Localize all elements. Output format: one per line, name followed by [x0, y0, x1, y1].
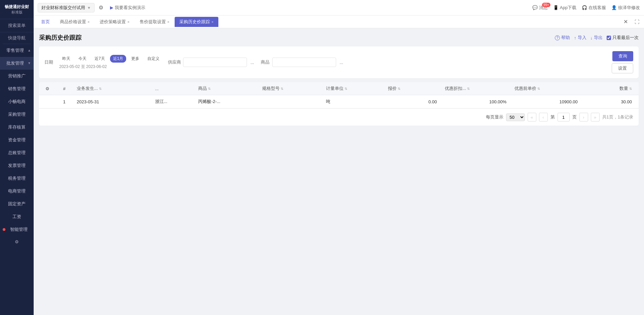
sidebar-item-invoice[interactable]: 发票管理	[0, 159, 34, 172]
supplier-filter-group: 供应商 ...	[168, 58, 255, 67]
th-discount-sort[interactable]: 优惠折扣... ⇅	[445, 85, 506, 92]
th-gear[interactable]: ⚙	[39, 82, 56, 95]
retail-arrow: ▲	[28, 48, 31, 52]
tab-sale-price-close[interactable]: ×	[167, 20, 169, 24]
date-btn-7days[interactable]: 近7天	[92, 55, 108, 63]
row-qty: 30.00	[582, 95, 639, 108]
th-date[interactable]: 业务发生... ⇅	[73, 82, 151, 95]
per-page-select[interactable]: 50 100 200	[506, 113, 525, 121]
user-icon: 👤	[611, 5, 617, 10]
th-product[interactable]: 商品 ⇅	[194, 82, 258, 95]
date-range-text: 2023-05-02 至 2023-06-02	[59, 64, 163, 70]
filter-actions: 查询 设置	[612, 51, 633, 73]
app-logo-text: 畅捷通好业财	[3, 4, 31, 10]
topbar-right: 💬 消息 99+ 📱 App下载 🎧 在线客服 👤 徐泽华修改	[532, 5, 640, 11]
sidebar-item-marketing[interactable]: 营销推广	[0, 70, 34, 82]
table-container: ⚙ # 业务发生... ⇅ ...	[39, 82, 639, 126]
tab-price-settings[interactable]: 商品价格设置 ×	[55, 17, 94, 27]
date-btn-more[interactable]: 更多	[128, 55, 142, 63]
date-filter-label: 日期	[44, 59, 54, 65]
app-logo-sub: 标准版	[3, 10, 31, 15]
th-product-sort[interactable]: 商品 ⇅	[198, 85, 254, 92]
tab-advance-strategy[interactable]: 进价策略设置 ×	[95, 17, 134, 27]
help-link[interactable]: ? 帮助	[555, 35, 570, 41]
topbar-user[interactable]: 👤 徐泽华修改	[611, 5, 640, 11]
page-header: 采购历史价跟踪 ? 帮助 ↑ 导入 ↓ 导出 只看最后一次	[39, 34, 639, 42]
sidebar-item-finance[interactable]: 资金管理	[0, 134, 34, 146]
sidebar-item-smart[interactable]: 智能管理	[0, 223, 34, 236]
th-before-price-sort[interactable]: 优惠前单价 ⇅	[514, 85, 577, 92]
query-button[interactable]: 查询	[612, 51, 633, 61]
th-unit-sort[interactable]: 计量单位 ⇅	[326, 85, 380, 92]
row-discount: 100.00%	[441, 95, 510, 108]
th-more[interactable]: ...	[151, 82, 194, 95]
msg-badge: 99+	[542, 3, 550, 7]
topbar-demo[interactable]: ▶ 我要看实例演示	[110, 5, 145, 11]
date-btn-today[interactable]: 今天	[75, 55, 90, 63]
demo-text: 我要看实例演示	[115, 5, 145, 11]
th-date-sort[interactable]: 业务发生... ⇅	[77, 85, 147, 92]
sidebar-item-assets[interactable]: 固定资产	[0, 198, 34, 210]
tab-purchase-history[interactable]: 采购历史价跟踪 ×	[175, 17, 218, 27]
topbar-settings-icon[interactable]: ⚙	[97, 3, 105, 12]
date-btn-1month[interactable]: 近1月	[110, 55, 127, 63]
sidebar-logo: 畅捷通好业财 标准版	[0, 0, 34, 19]
tabbar: 首页 商品价格设置 × 进价策略设置 × 售价提取设置 × 采购历史价跟踪 × …	[34, 15, 644, 28]
sidebar-quicknav[interactable]: 快捷导航	[0, 32, 34, 44]
only-last-checkbox[interactable]	[607, 36, 611, 40]
product-more[interactable]: ...	[338, 60, 345, 65]
th-qty[interactable]: 数量 ⇅	[582, 82, 639, 95]
export-link[interactable]: ↓ 导出	[591, 35, 603, 41]
date-btn-yesterday[interactable]: 昨天	[59, 55, 73, 63]
date-options-group: 昨天 今天 近7天 近1月 更多 自定义 2023-05-02 至 2023-0…	[59, 55, 163, 70]
product-input[interactable]	[272, 58, 336, 67]
row-no: 1	[56, 95, 73, 108]
tab-purchase-history-close[interactable]: ×	[211, 20, 213, 24]
only-last-checkbox-label[interactable]: 只看最后一次	[607, 35, 639, 41]
supplier-more[interactable]: ...	[249, 60, 255, 65]
supplier-input[interactable]	[183, 58, 247, 67]
last-page-btn[interactable]: »	[591, 113, 600, 121]
topbar-appdownload[interactable]: 📱 App下载	[553, 5, 576, 11]
sidebar-gear-icon[interactable]: ⚙	[0, 236, 34, 248]
sidebar-item-tax[interactable]: 税务管理	[0, 172, 34, 185]
product-sort-icon: ⇅	[208, 87, 211, 91]
th-before-price[interactable]: 优惠前单价 ⇅	[510, 82, 581, 95]
tabbar-expand[interactable]: ⛶	[633, 19, 641, 25]
sidebar-item-ecommerce[interactable]: 电商管理	[0, 185, 34, 198]
th-spec[interactable]: 规格型号 ⇅	[258, 82, 322, 95]
th-discount[interactable]: 优惠折扣... ⇅	[441, 82, 510, 95]
next-page-btn[interactable]: ›	[579, 113, 588, 121]
tab-price-settings-close[interactable]: ×	[87, 20, 90, 24]
unit-sort-icon: ⇅	[345, 87, 347, 91]
prev-page-btn[interactable]: ‹	[539, 113, 548, 121]
first-page-btn[interactable]: «	[528, 113, 536, 121]
sidebar-item-purchase[interactable]: 采购管理	[0, 108, 34, 121]
version-selector[interactable]: 好业财标准版交付试用 ▼	[38, 3, 95, 12]
per-page-label: 每页显示	[486, 114, 503, 120]
th-quote-sort[interactable]: 报价 ⇅	[388, 85, 437, 92]
tab-advance-strategy-label: 进价策略设置	[100, 19, 126, 25]
sidebar-item-retail[interactable]: 零售管理 ▲	[0, 44, 34, 57]
th-quote[interactable]: 报价 ⇅	[384, 82, 441, 95]
topbar-msg[interactable]: 💬 消息 99+	[532, 5, 548, 11]
th-qty-sort[interactable]: 数量 ⇅	[586, 85, 632, 92]
sidebar-item-ecommerce-small[interactable]: 小畅电商	[0, 95, 34, 108]
import-link[interactable]: ↑ 导入	[574, 35, 586, 41]
tab-advance-strategy-close[interactable]: ×	[127, 20, 129, 24]
th-spec-sort[interactable]: 规格型号 ⇅	[262, 85, 318, 92]
sidebar-item-sales[interactable]: 销售管理	[0, 82, 34, 95]
tab-sale-price[interactable]: 售价提取设置 ×	[135, 17, 174, 27]
settings-button[interactable]: 设置	[612, 63, 633, 73]
sidebar-item-inventory[interactable]: 库存核算	[0, 121, 34, 134]
date-btn-custom[interactable]: 自定义	[144, 55, 163, 63]
sidebar-item-wholesale[interactable]: 批发管理 ▼	[0, 57, 34, 70]
topbar-support[interactable]: 🎧 在线客服	[582, 5, 606, 11]
tabbar-close-all[interactable]: ✕	[621, 18, 630, 26]
sidebar-item-general-ledger[interactable]: 总账管理	[0, 146, 34, 159]
th-unit[interactable]: 计量单位 ⇅	[322, 82, 384, 95]
page-input[interactable]	[558, 113, 570, 121]
tab-home[interactable]: 首页	[36, 17, 55, 27]
sidebar-search[interactable]: 搜索菜单	[0, 19, 34, 32]
sidebar-item-salary[interactable]: 工资	[0, 210, 34, 223]
